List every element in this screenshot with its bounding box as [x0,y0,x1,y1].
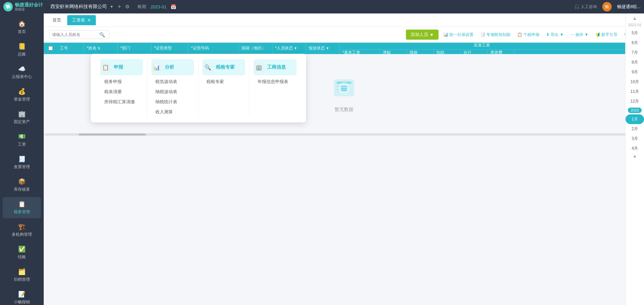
tax-icon: 📋 [18,200,26,208]
cal-nav-down[interactable]: ▼ [632,153,638,160]
export-btn[interactable]: ⬇ 导出 ▼ [544,31,566,39]
menu-item-tax-stats[interactable]: 纳税统计表 [151,97,194,107]
cal-month-1[interactable]: 1月 [626,114,644,124]
sidebar-item-fund[interactable]: 💰 资金管理 [3,84,41,106]
th-cert-type: *证照类型 [151,43,188,54]
cal-month-12[interactable]: 12月 [626,97,644,106]
cal-month-5[interactable]: 5月 [626,28,644,38]
toolbar-area: 🔍 添加人员 ▼ 📊 统一社保设置 📑 专项附加扣除 📋 个税申报 ⬇ 导出 [44,27,644,43]
th-total-label: 合计 [463,50,471,55]
table-header-wrapper: 工号 *姓名 ⇅ *部门 *证照类型 *证照号码 [44,43,644,54]
cal-nav-up[interactable]: ▲ [632,15,638,22]
svg-rect-5 [341,86,347,91]
th-total: 合计 [461,50,488,55]
period-value: 2023-01 [150,4,166,9]
wage-group: 应发工资 *基本工资 津贴 绩效 扣款 合计 养老费 [340,43,624,55]
cal-month-10[interactable]: 10月 [626,77,644,87]
fund-icon: 💰 [18,88,26,95]
sidebar-item-tax[interactable]: 📋 税务管理 [3,197,41,218]
op-icon: ⋯ [570,32,574,37]
export-icon: ⬇ [546,32,550,37]
company-setting-icon[interactable]: ⚙ [125,4,129,10]
service-button[interactable]: 🎧 人工咨询 [574,4,597,10]
operation-btn[interactable]: ⋯ 操作 ▼ [568,31,591,39]
period-label: 账期 [138,4,146,10]
th-report-filter[interactable]: ▼ [326,46,329,50]
th-checkbox[interactable] [44,46,57,50]
company-dropdown-icon[interactable]: ▼ [110,4,114,9]
search-wrapper: 🔍 [49,30,110,39]
sidebar-item-fixed-asset[interactable]: 🏢 固定资产 [3,107,41,128]
menu-item-tax-burden[interactable]: 税负波动表 [151,77,194,87]
special-deduct-btn[interactable]: 📑 专项附加扣除 [478,31,513,39]
cal-month-8[interactable]: 8月 [626,58,644,67]
tab-salary-sheet[interactable]: 工资表 ✕ [67,15,96,25]
sidebar-label-invoice: 发票管理 [14,164,30,170]
empty-text-label: 暂无数据 [335,107,353,113]
tab-close-icon[interactable]: ✕ [87,17,91,23]
inventory-icon: 📦 [18,178,26,185]
sidebar-label-archive: 归档管理 [14,277,30,282]
app-title: 畅捷通好会计 [15,2,43,8]
th-report-status[interactable]: 报送状态 ▼ [306,43,340,54]
sidebar-item-archive[interactable]: 🗂️ 归档管理 [3,265,41,286]
cal-month-4[interactable]: 4月 [626,144,644,153]
sidebar-item-ledger[interactable]: 📒 总账 [3,39,41,61]
app-subtitle: 旗舰版 [15,7,43,11]
menu-item-annual-report[interactable]: 年报信息申报表 [254,77,297,87]
th-cert-no-label: *证照号码 [191,45,209,51]
cal-month-11[interactable]: 11月 [626,87,644,97]
menu-item-income-tax[interactable]: 所得税汇算清缴 [100,97,143,107]
sidebar-item-invoice[interactable]: 🧾 发票管理 [3,152,41,173]
th-base-wage-label: *基本工资 [342,50,360,55]
sidebar-item-close-account[interactable]: ✅ 结账 [3,242,41,263]
cal-month-6[interactable]: 6月 [626,38,644,48]
sidebar-item-inventory[interactable]: 📦 库存核算 [3,175,41,196]
cal-month-3[interactable]: 3月 [626,134,644,144]
cloud-icon: ☁️ [18,65,26,73]
th-name-sort[interactable]: ⇅ [98,46,100,50]
salary-icon: 💵 [18,133,26,140]
period-calendar-icon[interactable]: 📅 [171,4,176,9]
add-person-button[interactable]: 添加人员 ▼ [406,30,439,40]
sidebar-item-multi-org[interactable]: 🏗️ 多机构管理 [3,220,41,241]
menu-item-tax-table[interactable]: 税表清册 [100,87,143,97]
th-status-label: *人员状态 [275,45,293,51]
sidebar-item-cloud-report[interactable]: ☁️ 云报表中心 [3,62,41,83]
th-status-filter[interactable]: ▼ [294,46,297,50]
sidebar-item-salary[interactable]: 💵 工资 [3,129,41,151]
dropdown-arrow-icon: ▼ [429,32,434,37]
social-security-btn[interactable]: 📊 统一社保设置 [441,31,476,39]
menu-item-tax-fluctuation[interactable]: 纳税波动表 [151,87,194,97]
scrollbar-thumb[interactable] [79,134,146,136]
user-avatar: 畅 [602,2,612,11]
th-name[interactable]: *姓名 ⇅ [84,43,118,54]
header-right: 🎧 人工咨询 畅 畅捷通8组... [574,2,641,11]
th-performance-label: 绩效 [410,50,418,55]
close-account-icon: ✅ [18,245,26,253]
menu-item-tax-declare[interactable]: 税务申报 [100,77,143,87]
search-input[interactable] [52,32,99,37]
select-all-checkbox[interactable] [48,46,53,50]
menu-item-tax-expert[interactable]: 税检专家 [202,77,245,87]
deduct-icon: 📑 [480,32,485,37]
cal-month-9[interactable]: 9月 [626,67,644,77]
sidebar-label-fixed-asset: 固定资产 [14,119,30,125]
add-company-btn[interactable]: + [118,3,121,10]
cat-title-tax-expert: 税检专家 [216,64,235,70]
menu-item-income-estimate[interactable]: 收入测算 [151,107,194,117]
guide-btn[interactable]: 🔰 新手引导 [593,31,619,39]
sidebar-item-home[interactable]: 🏠 首页 [3,17,41,38]
user-name[interactable]: 畅捷通8组... [617,4,641,10]
tax-report-btn[interactable]: 📋 个税申报 [515,31,541,39]
search-icon[interactable]: 🔍 [99,32,105,37]
ledger-icon: 📒 [18,43,26,50]
tab-home[interactable]: 首页 [48,15,66,25]
th-status[interactable]: *人员状态 ▼ [272,43,306,54]
sidebar-item-expense[interactable]: 📝 小畅报销 [3,287,41,305]
wage-group-title: 应发工资 [340,43,624,50]
cal-month-2[interactable]: 2月 [626,124,644,134]
cal-month-7[interactable]: 7月 [626,48,644,58]
sidebar-label-salary: 工资 [18,142,26,147]
horizontal-scrollbar[interactable] [44,133,644,136]
